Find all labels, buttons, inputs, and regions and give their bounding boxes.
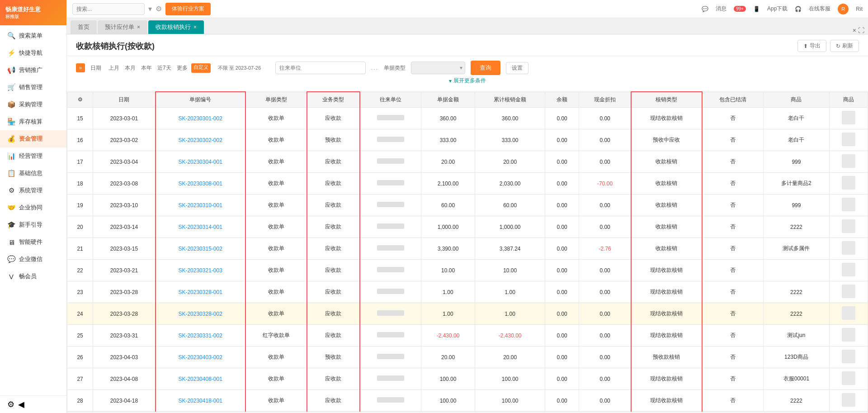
cell-code[interactable]: SK-20230418-001 bbox=[156, 390, 245, 412]
cell-code[interactable]: SK-20230304-001 bbox=[156, 151, 245, 173]
sidebar-item-经营管理[interactable]: 📊经营管理 bbox=[0, 147, 66, 165]
th-discount[interactable]: 现金折扣 bbox=[579, 92, 632, 108]
cell-date: 2023-03-04 bbox=[93, 151, 156, 173]
sidebar-item-快捷导航[interactable]: ⚡快捷导航 bbox=[0, 44, 66, 62]
cell-discount: 0.00 bbox=[579, 368, 632, 390]
expand-label: 展开更多条件 bbox=[453, 77, 486, 85]
prev-month-btn[interactable]: 上月 bbox=[107, 63, 121, 73]
code-link[interactable]: SK-20230308-001 bbox=[178, 180, 222, 187]
settings-icon[interactable]: ⚙ bbox=[7, 399, 14, 409]
username[interactable]: Rit bbox=[856, 6, 863, 12]
th-code[interactable]: 单据编号 bbox=[156, 92, 245, 108]
tab-close-window-btn[interactable]: × bbox=[853, 27, 856, 34]
code-link[interactable]: SK-20230418-001 bbox=[178, 398, 222, 404]
cell-code[interactable]: SK-20230315-002 bbox=[156, 238, 245, 260]
gear-settings-icon[interactable]: ⚙ bbox=[156, 5, 162, 13]
table-row: 26 2023-04-03 SK-20230403-002 收款单 预收款 20… bbox=[67, 347, 868, 368]
code-link[interactable]: SK-20230321-003 bbox=[178, 267, 222, 274]
th-included[interactable]: 包含已结清 bbox=[702, 92, 764, 108]
th-balance[interactable]: 余额 bbox=[545, 92, 579, 108]
sidebar-item-畅会员[interactable]: V畅会员 bbox=[0, 268, 66, 285]
sidebar-item-销售管理[interactable]: 🛒销售管理 bbox=[0, 79, 66, 96]
tab-collection-close[interactable]: × bbox=[193, 24, 197, 30]
query-btn[interactable]: 查询 bbox=[471, 61, 500, 75]
cell-code[interactable]: SK-20230328-002 bbox=[156, 303, 245, 325]
code-link[interactable]: SK-20230331-002 bbox=[178, 332, 222, 339]
more-date-btn[interactable]: 更多 bbox=[175, 63, 189, 73]
code-link[interactable]: SK-20230315-002 bbox=[178, 246, 222, 252]
search-input[interactable] bbox=[72, 3, 145, 15]
th-verif-type[interactable]: 核销类型 bbox=[631, 92, 702, 108]
set-btn[interactable]: 设置 bbox=[506, 62, 528, 74]
cell-code[interactable]: SK-20230321-003 bbox=[156, 260, 245, 281]
cell-code[interactable]: SK-20230328-001 bbox=[156, 281, 245, 303]
code-link[interactable]: SK-20230302-002 bbox=[178, 137, 222, 143]
code-link[interactable]: SK-20230328-002 bbox=[178, 311, 222, 317]
tab-collection[interactable]: 收款核销执行 × bbox=[148, 20, 204, 34]
cell-balance: 0.00 bbox=[545, 390, 579, 412]
cell-code[interactable]: SK-20230310-001 bbox=[156, 195, 245, 216]
th-goods1[interactable]: 商品 bbox=[763, 92, 829, 108]
industry-solution-btn[interactable]: 体验行业方案 bbox=[165, 3, 211, 15]
code-link[interactable]: SK-20230328-001 bbox=[178, 289, 222, 295]
last-7days-btn[interactable]: 近7天 bbox=[156, 63, 173, 73]
th-verif-amount[interactable]: 累计核销金额 bbox=[475, 92, 545, 108]
cell-partner bbox=[360, 347, 421, 368]
cell-code[interactable]: SK-20230308-001 bbox=[156, 173, 245, 195]
sidebar-item-企业微信[interactable]: 💬企业微信 bbox=[0, 251, 66, 268]
sidebar-item-搜索菜单[interactable]: 🔍搜索菜单 bbox=[0, 27, 66, 44]
sidebar-item-库存核算[interactable]: 🏪库存核算 bbox=[0, 113, 66, 130]
code-link[interactable]: SK-20230408-001 bbox=[178, 376, 222, 382]
expand-more-btn[interactable]: ▾ 展开更多条件 bbox=[449, 77, 486, 85]
this-month-btn[interactable]: 本月 bbox=[123, 63, 137, 73]
code-link[interactable]: SK-20230403-002 bbox=[178, 354, 222, 361]
this-year-btn[interactable]: 本年 bbox=[139, 63, 154, 73]
sidebar-item-基础信息[interactable]: 📋基础信息 bbox=[0, 165, 66, 182]
th-settings[interactable]: ⚙ bbox=[67, 92, 93, 108]
th-date[interactable]: 日期 bbox=[93, 92, 156, 108]
app-download-label[interactable]: App下载 bbox=[767, 5, 788, 13]
code-link[interactable]: SK-20230310-001 bbox=[178, 202, 222, 209]
cell-amount: 60.00 bbox=[421, 195, 475, 216]
voucher-type-select[interactable] bbox=[411, 62, 465, 74]
collapse-icon[interactable]: ◀ bbox=[18, 399, 24, 409]
refresh-btn[interactable]: ↻ 刷新 bbox=[830, 40, 859, 52]
sidebar-item-资金管理[interactable]: 💰资金管理 bbox=[0, 130, 66, 147]
data-table: ⚙ 日期 单据编号 单据类型 业务类型 往来单位 单据金额 累计核销金额 余额 … bbox=[67, 91, 868, 413]
export-btn[interactable]: ⬆ 导出 bbox=[797, 40, 826, 52]
tab-prepay[interactable]: 预计应付单 × bbox=[98, 20, 147, 34]
th-biz-type[interactable]: 业务类型 bbox=[307, 92, 360, 108]
code-link[interactable]: SK-20230314-001 bbox=[178, 224, 222, 230]
partner-filter-input[interactable] bbox=[275, 62, 366, 74]
sidebar-item-营销推广[interactable]: 📢营销推广 bbox=[0, 62, 66, 79]
online-service-label[interactable]: 在线客服 bbox=[809, 5, 830, 13]
tab-prepay-close[interactable]: × bbox=[137, 24, 140, 30]
custom-date-tag[interactable]: 自定义 bbox=[191, 63, 211, 73]
cell-balance: 0.00 bbox=[545, 129, 579, 151]
tab-expand-btn[interactable]: ⛶ bbox=[858, 27, 864, 34]
cell-code[interactable]: SK-20230301-002 bbox=[156, 108, 245, 129]
cell-code[interactable]: SK-20230331-002 bbox=[156, 325, 245, 347]
code-link[interactable]: SK-20230304-001 bbox=[178, 159, 222, 165]
cell-code[interactable]: SK-20230302-002 bbox=[156, 129, 245, 151]
tab-home[interactable]: 首页 bbox=[71, 20, 97, 34]
sidebar-item-系统管理[interactable]: ⚙系统管理 bbox=[0, 182, 66, 199]
sidebar-item-新手引导[interactable]: 🎓新手引导 bbox=[0, 216, 66, 233]
code-link[interactable]: SK-20230301-002 bbox=[178, 115, 222, 122]
th-partner[interactable]: 往来单位 bbox=[360, 92, 421, 108]
sidebar-item-智能硬件[interactable]: 🖥智能硬件 bbox=[0, 233, 66, 251]
table-wrapper[interactable]: ⚙ 日期 单据编号 单据类型 业务类型 往来单位 单据金额 累计核销金额 余额 … bbox=[67, 91, 868, 413]
th-type[interactable]: 单据类型 bbox=[245, 92, 307, 108]
sidebar-icon: V bbox=[7, 272, 15, 280]
dropdown-icon[interactable]: ▾ bbox=[148, 5, 152, 13]
cell-code[interactable]: SK-20230408-001 bbox=[156, 368, 245, 390]
cell-code[interactable]: SK-20230314-001 bbox=[156, 216, 245, 238]
cell-code[interactable]: SK-20230403-002 bbox=[156, 347, 245, 368]
messages-label[interactable]: 消息 bbox=[716, 5, 726, 13]
th-amount[interactable]: 单据金额 bbox=[421, 92, 475, 108]
sidebar-item-采购管理[interactable]: 📦采购管理 bbox=[0, 96, 66, 113]
filter-toggle-btn[interactable]: » bbox=[76, 63, 85, 72]
th-goods2[interactable]: 商品 bbox=[829, 92, 868, 108]
sidebar-item-企业协同[interactable]: 🤝企业协同 bbox=[0, 199, 66, 216]
cell-biz-type: 预收款 bbox=[307, 347, 360, 368]
